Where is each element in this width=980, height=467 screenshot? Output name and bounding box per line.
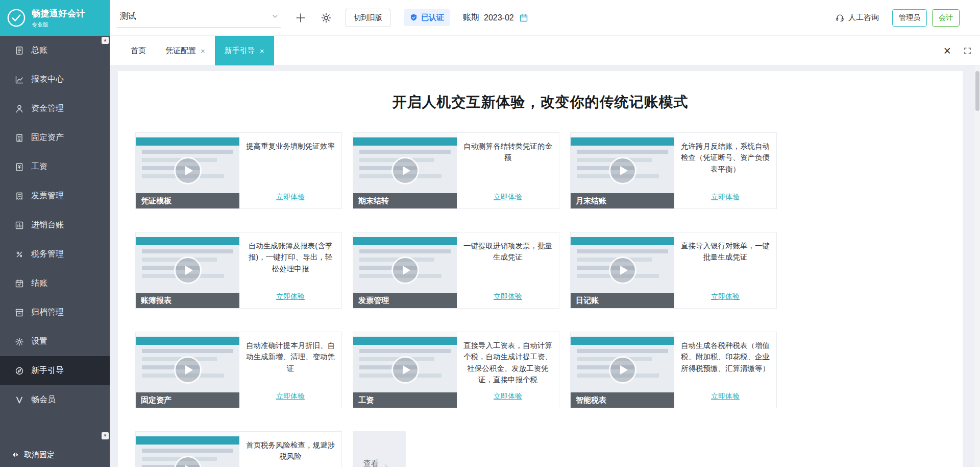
- close-tabs-icon[interactable]: ×: [943, 44, 951, 57]
- try-now-link[interactable]: 立即体验: [276, 292, 305, 301]
- try-now-link[interactable]: 立即体验: [276, 193, 305, 202]
- play-button[interactable]: [174, 157, 202, 184]
- feature-description: 自动生成各税种税表（增值税、附加税、印花税、企业所得税预缴、汇算清缴等）: [681, 340, 770, 374]
- play-button[interactable]: [609, 157, 636, 184]
- play-icon: [185, 166, 193, 175]
- feature-card-body: 自动生成各税种税表（增值税、附加税、印花税、企业所得税预缴、汇算清缴等） 立即体…: [674, 332, 776, 408]
- settings-gear-button[interactable]: [320, 12, 332, 24]
- feature-thumbnail[interactable]: 日记账: [571, 232, 674, 308]
- feature-thumbnail[interactable]: 月末结账: [571, 133, 674, 208]
- sidebar-item-report-center[interactable]: 报表中心: [0, 65, 110, 94]
- sidebar-item-fixed-assets[interactable]: 固定资产: [0, 123, 110, 152]
- sidebar-scroll-down-icon[interactable]: ▼: [102, 432, 109, 439]
- add-button[interactable]: [295, 12, 307, 24]
- sidebar-unpin-button[interactable]: 取消固定: [0, 442, 110, 467]
- view-more-button[interactable]: 查看 更多: [353, 431, 406, 467]
- tab-beginner-guide[interactable]: 新手引导 ×: [215, 36, 274, 65]
- feature-thumbnail[interactable]: 发票管理: [353, 232, 457, 308]
- play-icon: [185, 465, 193, 467]
- sidebar-scroll-up-icon[interactable]: ▲: [102, 37, 109, 44]
- try-now-link[interactable]: 立即体验: [494, 392, 522, 401]
- thumbnail-decoration: [571, 337, 674, 345]
- sidebar-item-invoice-management[interactable]: 发票管理: [0, 181, 110, 211]
- salary-icon: [14, 162, 24, 172]
- try-now-link[interactable]: 立即体验: [494, 292, 522, 301]
- sidebar-item-settings[interactable]: 设置: [0, 327, 110, 356]
- sidebar-item-purchase-sale-ledger[interactable]: 进销台账: [0, 211, 110, 240]
- admin-button[interactable]: 管理员: [892, 9, 927, 27]
- play-button[interactable]: [174, 256, 202, 284]
- feature-thumbnail[interactable]: 固定资产: [136, 332, 239, 408]
- feature-description: 首页税务风险检查，规避涉税风险: [246, 439, 335, 462]
- sidebar: 畅捷通好会计 专业版 总账 报表中心 资金管理 固定资产 工资 发票管理 进销台…: [0, 0, 110, 467]
- thumbnail-decoration: [136, 137, 239, 146]
- feature-thumbnail[interactable]: 工资: [353, 332, 457, 408]
- feature-thumbnail[interactable]: [136, 432, 239, 467]
- sidebar-item-label: 新手引导: [31, 365, 64, 376]
- certified-label: 已认证: [421, 13, 444, 22]
- play-button[interactable]: [609, 356, 636, 384]
- thumbnail-decoration: [353, 137, 457, 146]
- feature-name: 日记账: [576, 296, 599, 306]
- sidebar-item-payroll[interactable]: 工资: [0, 152, 110, 181]
- feature-name-band: 期末结转: [353, 193, 457, 208]
- sidebar-item-funds-management[interactable]: 资金管理: [0, 94, 110, 123]
- feature-name-band: 智能税表: [571, 392, 674, 408]
- role-buttons: 管理员 会计: [892, 9, 960, 27]
- sidebar-item-tax-management[interactable]: 税务管理: [0, 240, 110, 269]
- sidebar-item-label: 固定资产: [31, 132, 64, 143]
- play-icon: [620, 266, 628, 275]
- switch-old-version-button[interactable]: 切到旧版: [346, 9, 390, 27]
- feature-name-band: 发票管理: [353, 293, 457, 308]
- shield-check-icon: [409, 13, 418, 22]
- calendar-icon[interactable]: [519, 13, 529, 23]
- thumbnail-decoration: [136, 232, 239, 237]
- consult-label: 人工咨询: [848, 13, 879, 22]
- play-button[interactable]: [391, 256, 419, 284]
- accountant-button[interactable]: 会计: [932, 9, 960, 27]
- period-value: 2023-02: [484, 13, 514, 22]
- thumbnail-decoration: [353, 337, 457, 345]
- feature-card-period-end-carryover: 期末结转 自动测算各结转类凭证的金额 立即体验: [353, 132, 559, 209]
- play-button[interactable]: [609, 256, 636, 284]
- feature-thumbnail[interactable]: 账簿报表: [136, 232, 239, 308]
- tab-close-icon[interactable]: ×: [260, 47, 264, 55]
- feature-thumbnail[interactable]: 智能税表: [571, 332, 674, 408]
- feature-thumbnail[interactable]: 期末结转: [353, 133, 457, 208]
- accounting-period[interactable]: 账期 2023-02: [463, 12, 529, 23]
- sidebar-item-member[interactable]: 畅会员: [0, 385, 110, 414]
- play-icon: [620, 166, 628, 175]
- try-now-link[interactable]: 立即体验: [711, 193, 740, 202]
- sidebar-item-general-ledger[interactable]: 总账: [0, 36, 110, 65]
- org-select[interactable]: 测试: [117, 8, 281, 28]
- try-now-link[interactable]: 立即体验: [494, 193, 522, 202]
- try-now-link[interactable]: 立即体验: [711, 392, 740, 401]
- fullscreen-icon[interactable]: [963, 46, 972, 55]
- sidebar-item-label: 结账: [31, 278, 47, 289]
- sidebar-item-beginner-guide[interactable]: 新手引导: [0, 356, 110, 385]
- member-icon: [14, 395, 24, 405]
- brand-logo-icon: [6, 8, 27, 28]
- feature-card-voucher-template: 凭证模板 提高重复业务填制凭证效率 立即体验: [135, 132, 342, 209]
- feature-name-band: 日记账: [571, 293, 674, 308]
- certified-badge[interactable]: 已认证: [404, 9, 450, 26]
- tab-voucher-config[interactable]: 凭证配置 ×: [156, 36, 215, 65]
- play-button[interactable]: [174, 356, 202, 384]
- sidebar-item-archive-management[interactable]: 归档管理: [0, 298, 110, 327]
- feature-name: 工资: [358, 395, 374, 405]
- try-now-link[interactable]: 立即体验: [711, 292, 740, 301]
- tab-actions: ×: [943, 36, 980, 65]
- tab-close-icon[interactable]: ×: [201, 47, 205, 55]
- tab-home[interactable]: 首页: [121, 36, 156, 65]
- try-now-link[interactable]: 立即体验: [276, 392, 305, 401]
- content-scrollbar-thumb[interactable]: [975, 71, 979, 111]
- sidebar-item-closing[interactable]: 结账: [0, 269, 110, 298]
- content-scrollbar[interactable]: [974, 66, 980, 467]
- play-button[interactable]: [391, 157, 419, 184]
- gear-icon: [320, 12, 332, 24]
- feature-card-journal: 日记账 直接导入银行对账单，一键批量生成凭证 立即体验: [570, 232, 777, 309]
- sidebar-nav: 总账 报表中心 资金管理 固定资产 工资 发票管理 进销台账 税务管理 结账 归…: [0, 36, 110, 442]
- play-button[interactable]: [391, 356, 419, 384]
- consult-button[interactable]: 人工咨询: [835, 13, 879, 22]
- feature-thumbnail[interactable]: 凭证模板: [136, 133, 239, 208]
